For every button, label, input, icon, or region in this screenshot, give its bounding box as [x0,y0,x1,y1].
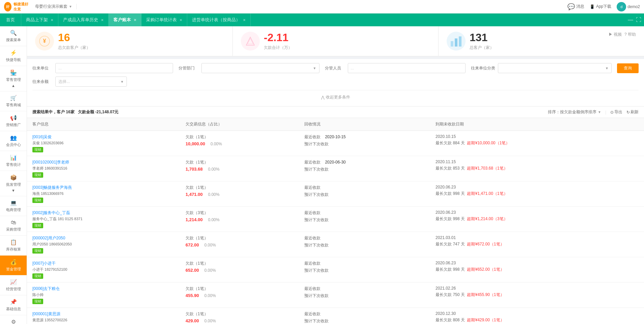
overdue-days-0: 最长欠款 884 天 [436,141,466,145]
tab-inbound-history-close[interactable]: ✕ [101,18,104,22]
export-button[interactable]: ⊙ 导出 [610,109,622,115]
tab-purchase-stats[interactable]: 采购订单统计表 ✕ [141,13,187,26]
customer-id-2[interactable]: [0003]畅捷服务尹海燕 [32,185,175,190]
customer-id-6[interactable]: [0006]去下粮仓 [32,286,175,292]
collection-last-3: 最近收款 [304,210,425,216]
download-icon: 📱 [590,4,595,9]
overdue-amount-4[interactable]: 超期¥672.00（1笔） [467,242,504,246]
sidebar-operation-label: 经营管理 [6,287,21,292]
nav-maximize-icon[interactable]: ⛶ [636,17,641,23]
sidebar-item-basic[interactable]: 📌 基础信息 [0,295,27,315]
tab-inbound-history[interactable]: 产成品入库单历史 ✕ [58,13,109,26]
balance-select[interactable]: 选择... ▼ [55,77,127,87]
customer-id-7[interactable]: [000001]黄思源 [32,311,175,317]
tab-customer-ledger[interactable]: 客户账本 ✕ [109,13,141,26]
collection-last-5: 最近收款 [304,261,425,266]
sidebar-item-purchase[interactable]: 🛍 采购管理 [0,216,27,236]
cell-collection-0: 最近收款 2020-10-15 预计下次收款 [299,131,430,156]
debt-count-2: 欠款（1笔） [186,185,293,190]
sidebar-item-retail-mall[interactable]: 🛒 零售商城 [0,91,27,111]
sidebar-item-search[interactable]: 🔍 搜索菜单 [0,26,27,46]
unit-type-select[interactable]: ▼ [498,63,612,73]
customer-id-0[interactable]: [0016]吴俊 [32,134,175,140]
overdue-amount-1[interactable]: 超期¥1,703.68（1笔） [467,166,507,171]
nav-minimize-icon[interactable]: — [628,17,633,23]
sidebar-item-inventory[interactable]: 📋 库存核算 [0,236,27,256]
help-button[interactable]: ? 帮助 [624,32,636,37]
refresh-button[interactable]: ↻ 刷新 [626,109,639,115]
industry-selector[interactable]: 母婴行业演示账套 ▼ [31,4,77,9]
tab-purchase-stats-close[interactable]: ✕ [179,18,182,22]
svg-rect-6 [459,36,461,47]
avatar: d [617,2,626,11]
debt-count-1: 欠款（1笔） [186,159,293,165]
tab-inbound-stats[interactable]: 进货单统计表（按商品） ✕ [187,13,251,26]
sidebar-item-system[interactable]: ⚙ 系统管理 [0,315,27,324]
stat-debt-label: 总欠款客户（家） [58,45,90,51]
sidebar-item-retail[interactable]: 🏪 零售管理 ▲ [0,66,27,91]
sidebar-item-finance[interactable]: 💰 资金管理 [0,256,27,275]
customer-id-3[interactable]: [0002]服务中心_丁磊 [32,210,175,216]
filter-dept: 分管部门 ▼ [178,63,319,73]
sidebar-member-label: 会员中心 [6,142,21,147]
message-icon: 💬 [567,3,575,10]
customer-phone-4: 用户2050 18665062050 [32,242,175,247]
sidebar-item-quicknav[interactable]: ⚡ 快捷导航 [0,46,27,66]
cell-customer-6: [0006]去下粮仓 陈小帅 现销 [27,283,180,308]
debt-percent-5: 0.00% [204,268,216,273]
collection-next-3: 预计下次收款 [304,217,425,223]
collection-last-6: 最近收款 [304,286,425,292]
data-table: 客户信息 欠交易信息（占比） 回收情况 到期未收款日期 [0016]吴俊 吴俊 … [27,118,644,324]
sidebar-item-retail-stats[interactable]: 📊 零售统计 [0,151,27,171]
overdue-amount-7[interactable]: 超期¥429.00（1笔） [467,318,504,322]
user-menu[interactable]: d demo2 [617,2,640,11]
balance-caret: ▼ [120,80,124,84]
debt-percent-0: 0.00% [211,142,222,146]
overdue-amount-3[interactable]: 超期¥1,214.00（3笔） [467,216,507,221]
sort-selector[interactable]: 排序：按欠款金额倒序排序 ▼ [548,109,601,115]
app-download-button[interactable]: 📱 App下载 [590,4,611,9]
filter-area: 往来单位 ... 分管部门 ▼ [27,59,644,107]
tab-product-onoff-close[interactable]: ✕ [51,18,53,22]
query-button[interactable]: 查询 [617,63,639,73]
sidebar-item-operation[interactable]: 📈 经营管理 [0,275,27,295]
sidebar-item-wholesale[interactable]: 📦 批发管理 ▼ [0,171,27,196]
svg-rect-4 [451,41,453,47]
cell-customer-5: [0007]小进干 小进干 18279152100 现销 [27,257,180,283]
due-date-4: 2021.03.01 [436,235,639,240]
overdue-amount-5[interactable]: 超期¥652.00（1笔） [467,267,504,272]
col-debt: 欠交易信息（占比） [180,118,299,131]
sidebar-retail-label: 零售管理 [6,77,21,82]
sidebar-item-ecommerce[interactable]: 💻 电商管理 [0,196,27,216]
customer-phone-0: 吴俊 13026203696 [32,141,175,146]
cell-collection-4: 最近收款 预计下次收款 [299,232,430,257]
tab-inbound-stats-close[interactable]: ✕ [243,18,246,22]
table-row: [000001]黄思源 黄思源 13552700226 现销 欠款（1笔） 42… [27,308,644,324]
tab-product-onoff[interactable]: 商品上下架 ✕ [21,13,58,26]
source-unit-input[interactable]: ... [55,63,173,73]
tab-home-label: 首页 [6,17,15,23]
overdue-amount-0[interactable]: 超期¥10,000.00（1笔） [467,141,510,145]
video-button[interactable]: ▶ 视频 [609,32,622,37]
refresh-icon: ↻ [626,110,630,115]
person-input[interactable]: ... [348,63,466,73]
dept-select[interactable]: ▼ [201,63,319,73]
customer-id-4[interactable]: [000002]用户2050 [32,235,175,241]
overdue-amount-2[interactable]: 超期¥1,471.00（1笔） [467,191,507,196]
export-icon: ⊙ [610,110,614,115]
collapse-icon: ⋀ [321,95,325,100]
overdue-amount-6[interactable]: 超期¥455.90（1笔） [467,292,504,297]
tab-home[interactable]: 首页 [0,13,21,26]
customer-id-1[interactable]: [0001020001]李老师 [32,159,175,165]
sidebar-item-marketing[interactable]: 📢 营销推广 [0,111,27,131]
collapse-filter-button[interactable]: ⋀ 收起更多条件 [319,92,352,102]
message-button[interactable]: 💬 消息 [567,3,584,10]
table-row: [000002]用户2050 用户2050 18665062050 现销 欠款（… [27,232,644,257]
sidebar-item-member[interactable]: 👥 会员中心 [0,131,27,151]
collection-next-7: 预计下次收款 [304,318,425,324]
customer-id-5[interactable]: [0007]小进干 [32,261,175,266]
customer-tag-6: 现销 [32,299,43,304]
balance-label: 往来余额 [32,79,53,85]
tab-customer-ledger-close[interactable]: ✕ [134,18,136,22]
cell-due-7: 2020.12.30 最长欠款 808 天 超期¥429.00（1笔） [430,308,644,324]
